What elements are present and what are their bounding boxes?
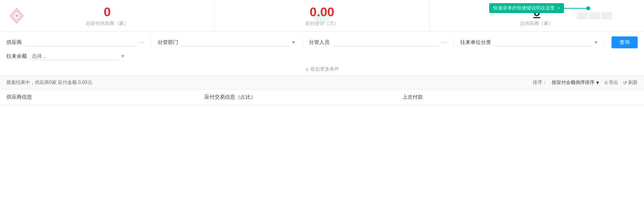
filter-dots-supplier[interactable]: ··· [138,39,145,46]
filter-row-2: 往来余额 ▼ [6,52,638,60]
export-icon: ⎘ [605,80,608,86]
refresh-label: 刷新 [628,79,638,86]
filter-input-person[interactable] [333,38,439,46]
filter-supplier: 供应商 ··· [6,38,145,46]
filter-input-department[interactable] [181,38,290,46]
refresh-icon: ↺ [623,80,627,86]
collapse-button[interactable]: ∧ 收起更多条件 [305,66,339,72]
blurred-card-2 [589,12,600,19]
filter-arrow-balance[interactable]: ▼ [120,53,125,59]
filter-dots-person[interactable]: ··· [441,39,447,46]
filter-arrow-department[interactable]: ▼ [291,40,296,45]
table-body [0,105,644,204]
filter-divider-4 [605,36,605,48]
query-button[interactable]: 查询 [612,36,638,48]
col-header-transaction: 应付交易信息（占比） [204,93,402,101]
filter-divider-2 [302,36,303,48]
svg-point-9 [326,14,329,17]
filter-divider-1 [151,36,151,48]
filter-person: 分管人员 ··· [309,38,447,46]
filter-arrow-unit-category[interactable]: ▼ [594,40,598,45]
refresh-button[interactable]: ↺ 刷新 [623,79,638,86]
results-summary: 搜索结果中，供应商0家 应付金额 0.00元 [6,79,92,86]
stats-bar: ✦ 0 总应付供应商（家） 0.00 应付合计（万） 快速录单的快捷键 [0,0,644,32]
filter-input-balance[interactable] [30,52,119,60]
export-button[interactable]: ⎘ 导出 [605,79,618,86]
filter-unit-category: 往来单位分类 ▼ [460,38,598,46]
diamond-icon: ✦ [8,7,25,25]
col-header-supplier-info: 供应商信息 [6,93,204,101]
filter-input-unit-category[interactable] [494,38,592,46]
filter-input-supplier-wrap [25,38,137,46]
filter-input-unit-category-wrap [494,38,592,46]
blurred-card-1 [577,12,588,19]
tooltip-close-btn[interactable]: × [557,6,560,11]
collapse-icon: ∧ [305,67,309,72]
stat-label-total-suppliers: 总供应商（家） [520,20,553,27]
stat-total-payable-suppliers: ✦ 0 总应付供应商（家） [0,0,215,31]
tooltip-bubble: 快速录单的快捷键说明在这里 × [489,3,564,13]
svg-point-8 [322,15,324,16]
sort-label: 排序： [533,79,547,86]
tooltip-text: 快速录单的快捷键说明在这里 [493,5,555,11]
filter-department: 分管部门 ▼ [158,38,296,46]
tooltip-dot [586,6,590,10]
collapse-row: ∧ 收起更多条件 [6,64,638,76]
export-label: 导出 [609,79,618,86]
stat-number-payable-suppliers: 0 [104,4,111,19]
pig-icon [309,2,335,28]
filter-input-supplier[interactable] [25,38,137,46]
filter-label-supplier: 供应商 [6,39,22,46]
blurred-cards [577,12,612,19]
filter-label-balance: 往来余额 [6,53,27,60]
stat-label-payable-suppliers: 总应付供应商（家） [86,20,129,27]
results-bar: 搜索结果中，供应商0家 应付金额 0.00元 排序： 按应付会额倒序排序 ▼ ⎘… [0,76,644,90]
sort-value-text: 按应付会额倒序排序 [552,79,594,86]
col-header-last-payment: 上次付款 [402,93,638,101]
filter-input-person-wrap [333,38,439,46]
filter-label-unit-category: 往来单位分类 [460,39,491,46]
sort-chevron-icon: ▼ [595,80,600,86]
sort-value[interactable]: 按应付会额倒序排序 ▼ [552,79,600,86]
stat-total-suppliers: 快速录单的快捷键说明在这里 × 0 总供应商（家） [430,0,644,31]
svg-text:✦: ✦ [14,13,19,19]
blurred-card-3 [601,12,612,19]
svg-point-7 [320,15,322,16]
filter-divider-3 [453,36,454,48]
filter-balance: 往来余额 ▼ [6,52,125,60]
filter-row-1: 供应商 ··· 分管部门 ▼ 分管人员 ··· 往来单位分类 [6,36,638,48]
results-actions: 排序： 按应付会额倒序排序 ▼ ⎘ 导出 ↺ 刷新 [533,79,638,86]
collapse-label: 收起更多条件 [311,66,339,72]
filter-bar: 供应商 ··· 分管部门 ▼ 分管人员 ··· 往来单位分类 [0,32,644,76]
stat-total-payable-amount: 0.00 应付合计（万） [215,0,429,31]
filter-input-balance-wrap [30,52,119,60]
svg-point-6 [318,10,326,18]
filter-input-department-wrap [181,38,290,46]
filter-label-department: 分管部门 [158,39,178,46]
filter-label-person: 分管人员 [309,39,330,46]
table-header: 供应商信息 应付交易信息（占比） 上次付款 [0,90,644,105]
